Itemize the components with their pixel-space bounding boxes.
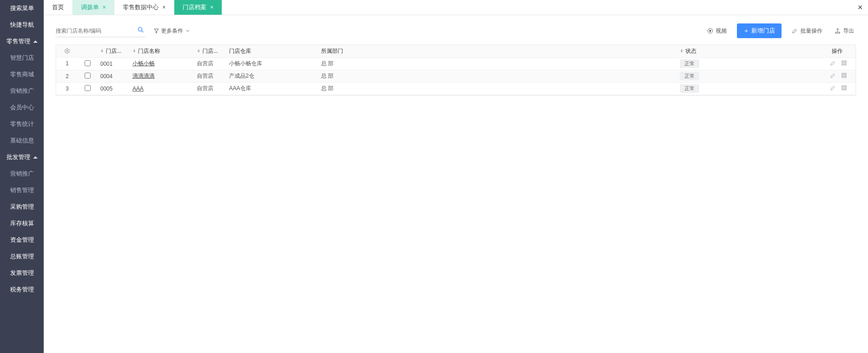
row-checkbox-cell [78, 82, 97, 95]
table-header-row: ▲▼门店... ▲▼门店名称 ▲▼门店... 门店仓库 所属部门 ▲▼状态 操作 [56, 45, 856, 57]
sidebar-funds[interactable]: 资金管理 [0, 232, 44, 248]
export-button[interactable]: 导出 [833, 24, 856, 38]
row-checkbox[interactable] [85, 73, 91, 79]
tab-store-archive[interactable]: 门店档案× [174, 0, 222, 15]
sidebar-retail-stats[interactable]: 零售统计 [0, 116, 44, 132]
chevron-down-icon [185, 28, 190, 34]
content: 更多条件 视频 ＋ 新增门店 批量操作 [44, 15, 868, 353]
sidebar-ledger[interactable]: 总账管理 [0, 248, 44, 265]
more-conditions[interactable]: 更多条件 [154, 27, 190, 35]
toolbar: 更多条件 视频 ＋ 新增门店 批量操作 [56, 23, 856, 38]
sidebar-basic-info[interactable]: 基础信息 [0, 132, 44, 149]
tab-close-icon[interactable]: × [210, 5, 213, 10]
cell-status: 正常 [676, 70, 819, 82]
tab-label: 首页 [52, 3, 64, 11]
cell-name: 小畅小畅 [129, 57, 193, 70]
cell-dept: 总 部 [317, 82, 676, 95]
cell-type: 自营店 [193, 70, 225, 82]
filter-icon [154, 28, 159, 34]
add-store-label: 新增门店 [751, 27, 775, 35]
col-name[interactable]: ▲▼门店名称 [129, 45, 193, 57]
batch-button[interactable]: 批量操作 [790, 24, 824, 38]
svg-point-6 [66, 50, 68, 52]
store-table: ▲▼门店... ▲▼门店名称 ▲▼门店... 门店仓库 所属部门 ▲▼状态 操作… [56, 45, 856, 96]
sidebar-smart-store[interactable]: 智慧门店 [0, 50, 44, 66]
sidebar-inventory[interactable]: 库存核算 [0, 215, 44, 232]
cell-warehouse: 小畅小畅仓库 [225, 57, 317, 70]
col-status-label: 状态 [685, 47, 696, 55]
sort-icon: ▲▼ [132, 49, 136, 53]
sidebar-marketing-wholesale[interactable]: 营销推广 [0, 165, 44, 182]
search-icon[interactable] [137, 26, 144, 34]
caret-up-icon [33, 156, 38, 159]
tab-home[interactable]: 首页 [44, 0, 73, 15]
gear-icon [64, 48, 70, 54]
add-store-button[interactable]: ＋ 新增门店 [737, 23, 782, 38]
svg-rect-18 [845, 88, 846, 90]
sidebar-purchase[interactable]: 采购管理 [0, 199, 44, 215]
table-row: 30005AAA自营店AAA仓库总 部正常 [56, 82, 856, 95]
table-row: 20004滴滴滴滴自营店产成品2仓总 部正常 [56, 70, 856, 82]
video-label: 视频 [716, 27, 727, 35]
svg-rect-5 [835, 32, 839, 33]
cell-name: 滴滴滴滴 [129, 70, 193, 82]
tab-label: 零售数据中心 [123, 3, 159, 11]
sidebar-tax[interactable]: 税务管理 [0, 281, 44, 298]
tab-close-icon[interactable]: × [162, 5, 166, 10]
sidebar-group-retail[interactable]: 零售管理 [0, 33, 44, 50]
svg-marker-4 [710, 30, 712, 32]
sidebar-marketing-retail[interactable]: 营销推广 [0, 83, 44, 99]
sort-icon: ▲▼ [680, 49, 684, 53]
more-conditions-label: 更多条件 [161, 27, 183, 35]
row-edit-icon[interactable] [830, 72, 836, 80]
tab-close-icon[interactable]: × [103, 5, 106, 10]
cell-dept: 总 部 [317, 57, 676, 70]
sidebar-group-wholesale[interactable]: 批发管理 [0, 149, 44, 165]
cell-name: AAA [129, 82, 193, 95]
store-name-link[interactable]: AAA [132, 85, 144, 92]
row-more-icon[interactable] [841, 85, 847, 92]
row-more-icon[interactable] [841, 72, 847, 80]
table-settings[interactable] [56, 45, 78, 57]
tab-bar: 首页调拨单×零售数据中心×门店档案× × [44, 0, 868, 15]
row-edit-icon[interactable] [830, 85, 836, 92]
edit-icon [792, 28, 798, 34]
sidebar-search-menu[interactable]: 搜索菜单 [0, 0, 44, 17]
search-input[interactable] [56, 28, 145, 34]
search-wrap [56, 24, 145, 37]
row-more-icon[interactable] [841, 60, 847, 68]
col-type-label: 门店... [202, 47, 218, 55]
status-badge: 正常 [680, 84, 699, 93]
col-type[interactable]: ▲▼门店... [193, 45, 225, 57]
row-edit-icon[interactable] [830, 60, 836, 68]
col-checkbox [78, 45, 97, 57]
svg-point-0 [138, 28, 142, 31]
caret-up-icon [33, 40, 38, 43]
status-badge: 正常 [680, 59, 699, 68]
cell-code: 0004 [97, 70, 129, 82]
sidebar-quick-nav[interactable]: 快捷导航 [0, 17, 44, 33]
sidebar-invoice[interactable]: 发票管理 [0, 265, 44, 281]
plus-icon: ＋ [743, 27, 749, 35]
cell-ops [819, 70, 856, 82]
col-status[interactable]: ▲▼状态 [676, 45, 819, 57]
sidebar-member-center[interactable]: 会员中心 [0, 99, 44, 116]
tab-transfer[interactable]: 调拨单× [73, 0, 115, 15]
sidebar: 搜索菜单快捷导航 零售管理智慧门店零售商城营销推广会员中心零售统计基础信息批发管… [0, 0, 44, 353]
svg-rect-17 [842, 88, 844, 90]
row-checkbox[interactable] [85, 85, 91, 91]
row-index: 2 [56, 70, 78, 82]
store-name-link[interactable]: 小畅小畅 [132, 60, 155, 67]
cell-status: 正常 [676, 57, 819, 70]
sidebar-sales-mgmt[interactable]: 销售管理 [0, 182, 44, 199]
store-name-link[interactable]: 滴滴滴滴 [132, 73, 155, 79]
row-checkbox[interactable] [85, 60, 91, 66]
col-ops-label: 操作 [832, 48, 843, 54]
video-button[interactable]: 视频 [705, 24, 729, 38]
tab-retail-data[interactable]: 零售数据中心× [115, 0, 174, 15]
tabs-close-all[interactable]: × [852, 0, 868, 15]
sidebar-retail-mall[interactable]: 零售商城 [0, 66, 44, 83]
cell-type: 自营店 [193, 82, 225, 95]
cell-ops [819, 82, 856, 95]
col-code[interactable]: ▲▼门店... [97, 45, 129, 57]
